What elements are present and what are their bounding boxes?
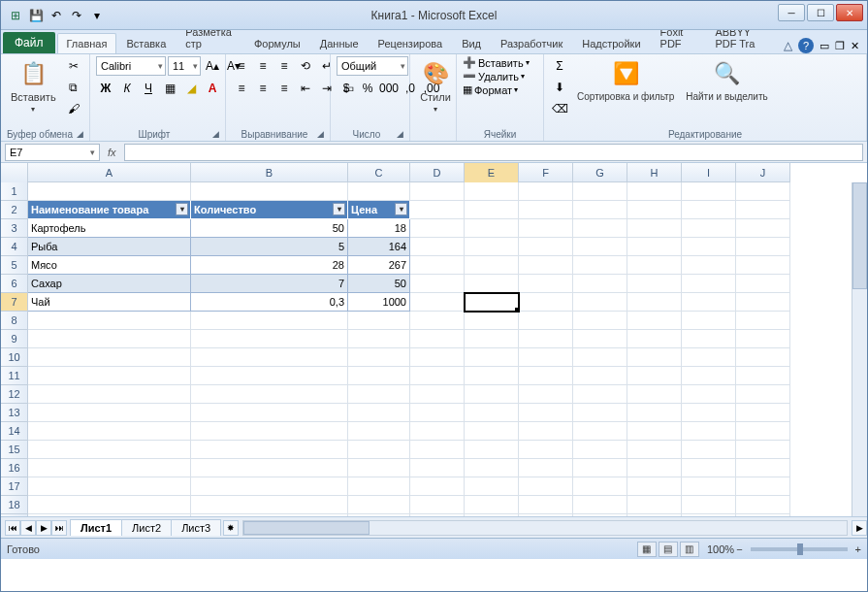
- qat-more-icon[interactable]: ▾: [88, 7, 106, 24]
- cell-C15[interactable]: [348, 441, 410, 459]
- cell-G14[interactable]: [573, 422, 627, 441]
- cell-F14[interactable]: [519, 422, 573, 441]
- align-launcher-icon[interactable]: ◢: [317, 129, 324, 139]
- row-head-11[interactable]: 11: [1, 367, 28, 385]
- fill-color-icon[interactable]: ◢: [181, 79, 201, 98]
- cell-F8[interactable]: [519, 312, 573, 330]
- row-head-16[interactable]: 16: [1, 459, 28, 477]
- zoom-thumb[interactable]: [797, 543, 803, 555]
- row-head-2[interactable]: 2: [1, 201, 28, 219]
- cell-J9[interactable]: [736, 330, 790, 348]
- horizontal-scrollbar[interactable]: [242, 520, 848, 536]
- fill-icon[interactable]: ⬇: [550, 78, 569, 97]
- cell-E1[interactable]: [465, 182, 519, 201]
- font-size-combo[interactable]: 11: [168, 56, 201, 76]
- cell-C6[interactable]: 50: [348, 275, 410, 293]
- cell-E17[interactable]: [465, 477, 519, 496]
- font-name-combo[interactable]: Calibri: [96, 56, 166, 76]
- cell-E15[interactable]: [465, 441, 519, 459]
- align-right-icon[interactable]: ≡: [274, 79, 294, 98]
- cell-J13[interactable]: [736, 404, 790, 422]
- cell-B14[interactable]: [191, 422, 348, 441]
- row-head-14[interactable]: 14: [1, 422, 28, 441]
- col-head-E[interactable]: E: [465, 163, 519, 182]
- tab-review[interactable]: Рецензирова: [369, 33, 453, 53]
- align-top-icon[interactable]: ≡: [232, 56, 251, 76]
- indent-dec-icon[interactable]: ⇤: [296, 79, 315, 98]
- cell-D10[interactable]: [410, 348, 465, 367]
- cell-J8[interactable]: [736, 312, 790, 330]
- cell-F10[interactable]: [519, 348, 573, 367]
- cell-G6[interactable]: [573, 275, 627, 293]
- align-left-icon[interactable]: ≡: [232, 79, 251, 98]
- row-head-6[interactable]: 6: [1, 275, 28, 293]
- cell-J19[interactable]: [736, 514, 790, 516]
- cell-C11[interactable]: [348, 367, 410, 385]
- select-all-corner[interactable]: [1, 163, 28, 182]
- cell-E5[interactable]: [465, 256, 519, 275]
- cell-B15[interactable]: [191, 441, 348, 459]
- cut-icon[interactable]: ✂: [64, 56, 83, 76]
- cell-H14[interactable]: [627, 422, 682, 441]
- cell-G13[interactable]: [573, 404, 627, 422]
- vscroll-thumb[interactable]: [852, 182, 867, 289]
- cell-C3[interactable]: 18: [348, 219, 410, 238]
- cell-H11[interactable]: [627, 367, 682, 385]
- window-min-icon[interactable]: ▭: [820, 40, 829, 52]
- cell-H18[interactable]: [627, 496, 682, 514]
- cell-D18[interactable]: [410, 496, 465, 514]
- cell-H3[interactable]: [627, 219, 682, 238]
- cell-D2[interactable]: [410, 201, 465, 219]
- filter-dropdown-icon[interactable]: ▾: [176, 203, 188, 215]
- cell-C14[interactable]: [348, 422, 410, 441]
- cell-G12[interactable]: [573, 385, 627, 404]
- cell-E8[interactable]: [465, 312, 519, 330]
- tab-insert[interactable]: Вставка: [116, 33, 176, 53]
- fx-icon[interactable]: fx: [108, 147, 116, 158]
- cell-C10[interactable]: [348, 348, 410, 367]
- cell-D4[interactable]: [410, 238, 465, 256]
- cell-J12[interactable]: [736, 385, 790, 404]
- cell-I5[interactable]: [682, 256, 736, 275]
- cell-I1[interactable]: [682, 182, 736, 201]
- cell-F2[interactable]: [519, 201, 573, 219]
- filter-dropdown-icon[interactable]: ▾: [395, 203, 407, 215]
- cell-I18[interactable]: [682, 496, 736, 514]
- cell-I17[interactable]: [682, 477, 736, 496]
- cell-D16[interactable]: [410, 459, 465, 477]
- cell-E6[interactable]: [465, 275, 519, 293]
- cell-B10[interactable]: [191, 348, 348, 367]
- cell-F9[interactable]: [519, 330, 573, 348]
- row-head-18[interactable]: 18: [1, 496, 28, 514]
- cell-G16[interactable]: [573, 459, 627, 477]
- cell-H16[interactable]: [627, 459, 682, 477]
- cell-J16[interactable]: [736, 459, 790, 477]
- cell-B17[interactable]: [191, 477, 348, 496]
- cell-F17[interactable]: [519, 477, 573, 496]
- cell-F13[interactable]: [519, 404, 573, 422]
- cell-H10[interactable]: [627, 348, 682, 367]
- row-head-1[interactable]: 1: [1, 182, 28, 201]
- view-pagebreak-icon[interactable]: ▥: [680, 542, 699, 557]
- row-head-17[interactable]: 17: [1, 477, 28, 496]
- cell-C13[interactable]: [348, 404, 410, 422]
- cell-A18[interactable]: [28, 496, 191, 514]
- cell-E10[interactable]: [465, 348, 519, 367]
- cell-E2[interactable]: [465, 201, 519, 219]
- cell-H4[interactable]: [627, 238, 682, 256]
- cells-insert-button[interactable]: ➕Вставить▾: [463, 56, 530, 69]
- font-color-icon[interactable]: А: [203, 79, 222, 98]
- cell-C1[interactable]: [348, 182, 410, 201]
- cell-F1[interactable]: [519, 182, 573, 201]
- vertical-scrollbar[interactable]: [852, 182, 867, 516]
- cell-A8[interactable]: [28, 312, 191, 330]
- cell-C5[interactable]: 267: [348, 256, 410, 275]
- cell-B6[interactable]: 7: [191, 275, 348, 293]
- cell-D3[interactable]: [410, 219, 465, 238]
- cell-J2[interactable]: [736, 201, 790, 219]
- zoom-in-icon[interactable]: +: [855, 543, 861, 555]
- cell-E12[interactable]: [465, 385, 519, 404]
- cell-F15[interactable]: [519, 441, 573, 459]
- row-head-19[interactable]: 19: [1, 514, 28, 516]
- cell-B9[interactable]: [191, 330, 348, 348]
